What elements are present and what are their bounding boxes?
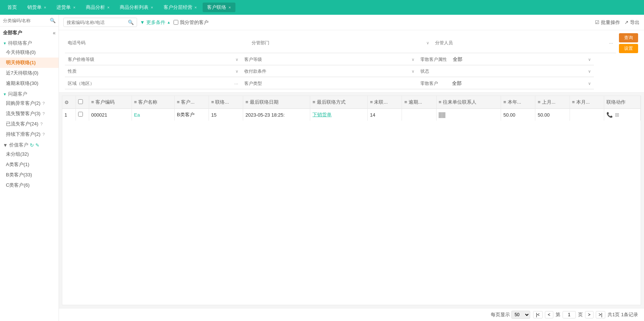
nav-product-analysis[interactable]: 商品分析 × — [81, 3, 114, 12]
row-overdue — [402, 109, 436, 121]
top-navigation: 首页 销货单 × 进货单 × 商品分析 × 商品分析列表 × 客户分层经营 × … — [0, 0, 644, 15]
problem-customers-group: ▼ 问题客户 — [0, 89, 59, 98]
sidebar-search-box[interactable]: 🔍 — [0, 15, 59, 27]
th-code: ≡ 客户编码 — [89, 96, 132, 109]
close-product-analysis-icon[interactable]: × — [107, 5, 109, 10]
main-layout: 🔍 全部客户 « ▼ 待联络客户 今天待联络(0) 明天待联络(1) 近7天待联… — [0, 15, 644, 321]
my-customers-checkbox-label[interactable]: 我分管的客户 — [174, 19, 209, 26]
row-last-contact-method[interactable]: 下销货单 — [310, 109, 368, 121]
batch-operation-button[interactable]: ☑ 批量操作 — [595, 19, 620, 26]
sidebar-item-7days-pending[interactable]: 近7天待联络(0) — [0, 68, 59, 78]
th-settings: ⚙ — [62, 96, 76, 109]
region-ellipsis-button[interactable]: ··· — [234, 81, 238, 86]
row-select-checkbox[interactable] — [78, 112, 83, 117]
main-search-input[interactable] — [67, 20, 126, 25]
last-page-button[interactable]: >| — [596, 311, 605, 318]
customer-level-dropdown-icon[interactable]: ∨ — [412, 57, 414, 62]
filter-status: 状态 ∨ — [417, 66, 594, 77]
filter-dept: 分管部门 ∨ — [249, 33, 433, 53]
prev-page-button[interactable]: < — [545, 311, 553, 318]
filter-phone: 电话号码 — [65, 33, 249, 53]
pending-contact-group: ▼ 待联络客户 — [0, 38, 59, 47]
retail-attr-dropdown-icon[interactable]: ∨ — [588, 57, 591, 62]
nav-sales-order[interactable]: 销货单 × — [23, 3, 50, 12]
page-number-input[interactable] — [563, 311, 576, 318]
sidebar-item-ungrouped[interactable]: 未分组(32) — [0, 149, 59, 159]
sidebar-item-today-pending[interactable]: 今天待联络(0) — [0, 47, 59, 58]
gender-dropdown-icon[interactable]: ∨ — [235, 69, 238, 74]
th-last-contact-method: ≡ 最后联络方式 — [310, 96, 368, 109]
sidebar-search-icon[interactable]: 🔍 — [50, 18, 56, 23]
filter-customer-type: 客户类型 — [241, 78, 418, 89]
value-customers-refresh-icon[interactable]: ↻ — [30, 142, 34, 148]
filter-price-level: 客户价格等级 ∨ — [65, 54, 241, 65]
my-customers-checkbox[interactable] — [174, 20, 178, 25]
main-search-icon[interactable]: 🔍 — [128, 20, 134, 25]
manager-ellipsis-button[interactable]: ··· — [609, 40, 613, 46]
sidebar: 🔍 全部客户 « ▼ 待联络客户 今天待联络(0) 明天待联络(1) 近7天待联… — [0, 15, 59, 321]
problem-customers-arrow: ▼ — [3, 92, 7, 96]
th-action: 联络动作 — [604, 96, 640, 109]
sidebar-search-input[interactable] — [3, 18, 48, 23]
retail-customer-dropdown-icon[interactable]: ∨ — [588, 81, 591, 86]
close-purchase-order-icon[interactable]: × — [73, 5, 75, 10]
row-index: 1 — [62, 109, 76, 121]
filter-customer-level: 客户等级 ∨ — [241, 54, 418, 65]
row-last-month: 50.00 — [535, 109, 570, 121]
content-area: 🔍 ▼ 更多条件 ▲ 我分管的客户 ☑ 批量操作 ↗ 导出 — [59, 15, 644, 321]
payment-dropdown-icon[interactable]: ∨ — [412, 69, 414, 74]
close-customer-contact-icon[interactable]: × — [228, 5, 231, 10]
value-customers-arrow: ▼ — [3, 142, 8, 148]
nav-product-analysis-list[interactable]: 商品分析列表 × — [115, 3, 157, 12]
th-overdue: ≡ 逾期... — [402, 96, 436, 109]
row-no-contact-days: 14 — [368, 109, 402, 121]
question-icon-4: ? — [42, 132, 45, 137]
question-icon-2: ? — [42, 111, 45, 116]
row-contact-count: 15 — [209, 109, 243, 121]
th-this-year: ≡ 本年... — [501, 96, 535, 109]
close-sales-order-icon[interactable]: × — [44, 5, 46, 10]
settings-icon[interactable]: ⚙ — [64, 100, 69, 105]
price-level-dropdown-icon[interactable]: ∨ — [235, 57, 238, 62]
page-size-select[interactable]: 50 100 200 — [511, 311, 530, 319]
more-filter-button[interactable]: ▼ 更多条件 ▲ — [140, 19, 171, 26]
filter-region: 区域（地区） ··· — [65, 78, 241, 89]
main-search-box[interactable]: 🔍 — [63, 18, 137, 27]
nav-home[interactable]: 首页 — [3, 3, 21, 12]
data-table-wrapper: ⚙ ≡ 客户编码 ≡ 客户名称 — [62, 96, 641, 305]
nav-purchase-order[interactable]: 进货单 × — [52, 3, 80, 12]
select-all-checkbox[interactable] — [78, 99, 83, 104]
status-dropdown-icon[interactable]: ∨ — [588, 69, 591, 74]
value-customers-edit-icon[interactable]: ✎ — [35, 142, 39, 148]
filter-payment: 收付款条件 ∨ — [241, 66, 418, 77]
sidebar-item-churned[interactable]: 已流失客户(24) ? — [0, 119, 59, 129]
row-phone-icon[interactable]: 📞 — [606, 112, 613, 118]
sidebar-item-declining[interactable]: 持续下滑客户(2) ? — [0, 129, 59, 139]
row-grid-icon[interactable]: ⊞ — [615, 112, 619, 118]
set-button[interactable]: 设置 — [619, 44, 638, 53]
sidebar-item-churn-warning[interactable]: 流失预警客户(3) ? — [0, 108, 59, 119]
value-customers-group: ▼ 价值客户 ↻ ✎ — [0, 139, 59, 149]
row-checkbox[interactable] — [76, 109, 89, 121]
sidebar-collapse-icon[interactable]: « — [53, 30, 56, 36]
sidebar-item-class-a[interactable]: A类客户(1) — [0, 159, 59, 170]
sidebar-item-overdue-pending[interactable]: 逾期未联络(30) — [0, 78, 59, 89]
sidebar-item-class-b[interactable]: B类客户(33) — [0, 170, 59, 180]
sidebar-item-class-c[interactable]: C类客户(6) — [0, 180, 59, 190]
filter-icon: ▼ — [140, 20, 145, 25]
first-page-button[interactable]: |< — [533, 311, 543, 318]
export-button[interactable]: ↗ 导出 — [624, 19, 640, 26]
row-name[interactable]: Ea — [132, 109, 174, 121]
nav-customer-stratification[interactable]: 客户分层经营 × — [159, 3, 201, 12]
all-customers-header: 全部客户 « — [0, 27, 59, 38]
row-code: 000021 — [89, 109, 132, 121]
sidebar-item-abnormal-repurchase[interactable]: 回购异常客户(2) ? — [0, 98, 59, 108]
close-product-analysis-list-icon[interactable]: × — [151, 5, 153, 10]
dept-dropdown-icon[interactable]: ∨ — [426, 41, 429, 45]
next-page-button[interactable]: > — [585, 311, 594, 318]
nav-customer-contact[interactable]: 客户联络 × — [203, 3, 235, 12]
close-customer-stratification-icon[interactable]: × — [195, 5, 197, 10]
filter-panel: 电话号码 分管部门 ∨ 分管人员 ··· 查询 设置 — [59, 30, 644, 93]
query-button[interactable]: 查询 — [619, 33, 638, 42]
sidebar-item-tomorrow-pending[interactable]: 明天待联络(1) — [0, 58, 59, 68]
